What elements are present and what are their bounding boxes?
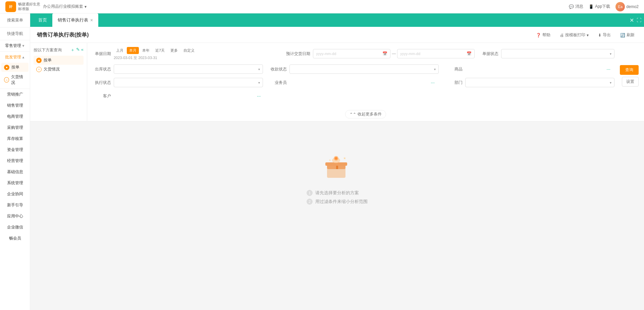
payment-status-select[interactable]: ▾ <box>289 64 439 74</box>
header-left: 好 畅捷通好生意 标准版 办公用品行业模拟账套 ▾ <box>5 1 87 12</box>
quick-nav-label[interactable]: 快捷导航 <box>0 29 30 39</box>
customer-ellipsis-icon[interactable]: ··· <box>256 93 262 99</box>
sub-item-arrears[interactable]: ○ 欠货情况 <box>1 72 29 87</box>
message-btn[interactable]: 💬 消息 <box>569 4 583 9</box>
salesperson-label: 业务员 <box>268 80 287 86</box>
tab-home[interactable]: 首页 <box>33 13 52 27</box>
order-status-select[interactable]: ▾ <box>501 49 614 58</box>
user-area[interactable]: Ea demo2 <box>615 2 639 11</box>
sidebar-section-wholesale: 批发管理 ▲ ● 按单 ○ 欠货情况 <box>0 52 30 89</box>
exec-status-field: 执行状态 ▾ <box>93 78 263 87</box>
edit-scheme-icon[interactable]: ✎ <box>76 47 80 53</box>
page-title-row: 销售订单执行表(按单) <box>37 32 89 42</box>
sidebar-item-ecommerce[interactable]: 电商管理 <box>0 111 30 122</box>
sidebar-item-finance[interactable]: 资金管理 <box>0 144 30 155</box>
refresh-btn[interactable]: 🔄 刷新 <box>618 31 637 39</box>
tab-sales-order[interactable]: 销售订单执行表 × <box>52 13 98 27</box>
logo-icon: 好 <box>5 1 16 12</box>
department-label: 部门 <box>444 80 463 86</box>
sidebar-item-wechat[interactable]: 企业微信 <box>0 222 30 233</box>
customer-field: 客户 ··· <box>93 91 265 101</box>
tip-2-text: 用过滤条件来缩小分析范围 <box>315 199 368 205</box>
tab-maximize-icon[interactable]: ⛶ <box>637 17 641 23</box>
print-label: 按模板打印 <box>565 32 585 38</box>
scheme-arrears[interactable]: ○ 欠货情况 <box>34 65 84 74</box>
order-status-field: 单据状态 ▾ <box>480 49 614 58</box>
date-btn-custom[interactable]: 自定义 <box>181 47 197 54</box>
newbie-label: 新手引导 <box>7 202 23 208</box>
payment-arrow-icon: ▾ <box>434 67 436 71</box>
order-status-label: 单据状态 <box>480 51 498 57</box>
goods-label: 商品 <box>444 66 463 72</box>
goods-ellipsis-icon[interactable]: ··· <box>605 66 612 72</box>
export-btn[interactable]: ⬇ 导出 <box>595 31 613 39</box>
quick-nav-area[interactable]: 快捷导航 <box>0 28 30 40</box>
exec-status-select[interactable]: ▾ <box>114 78 263 87</box>
sidebar-item-marketing[interactable]: 营销推广 <box>0 89 30 100</box>
collapse-btn[interactable]: ⌃⌃ 收起更多条件 <box>345 110 386 118</box>
date-btn-this-month[interactable]: 本月 <box>127 47 139 54</box>
department-field: 部门 ▾ <box>444 78 614 87</box>
date-btn-more[interactable]: 更多 <box>168 47 180 54</box>
expected-date-to[interactable]: yyyy-mm-dd 📅 <box>397 49 475 58</box>
collapse-scheme-icon[interactable]: « <box>81 47 84 53</box>
sidebar-item-member[interactable]: 畅会员 <box>0 233 30 244</box>
customer-select[interactable]: ··· <box>114 91 265 101</box>
tab-close-icon[interactable]: × <box>90 17 93 23</box>
scheme-checkout[interactable]: ● 按单 <box>34 56 84 65</box>
date-range-separator: — <box>392 51 396 56</box>
delivery-status-field: 出库状态 ▾ <box>93 64 263 74</box>
sidebar-item-sales[interactable]: 销售管理 <box>0 100 30 111</box>
salesperson-select[interactable]: ··· <box>289 78 439 87</box>
sidebar-item-wholesale[interactable]: 批发管理 ▲ <box>0 52 30 63</box>
scheme-checkout-icon: ● <box>36 58 42 63</box>
tab-bar-actions: ✕ ⛶ <box>630 17 641 23</box>
customer-label: 客户 <box>93 93 111 99</box>
sidebar: 搜索菜单 快捷导航 零售管理 ▼ 批发管理 ▲ ● 按单 ○ 欠货情况 <box>0 13 30 310</box>
order-date-sub-text: 2023-03-01 至 2023-03-31 <box>114 55 281 60</box>
settings-btn[interactable]: 设置 <box>622 77 639 87</box>
date-btn-7days[interactable]: 近7天 <box>153 47 167 54</box>
avatar-initials: Ea <box>618 5 623 9</box>
filter-main: 单据日期 上月 本月 本年 近7天 更多 <box>87 43 620 109</box>
print-icon: 🖨 <box>560 33 564 38</box>
sidebar-item-appstore[interactable]: 应用中心 <box>0 211 30 222</box>
filter-row-4: 客户 ··· <box>93 91 265 101</box>
tab-bar: 首页 销售订单执行表 × ✕ ⛶ <box>30 13 644 27</box>
goods-select[interactable]: ··· <box>465 64 614 74</box>
operations-label: 经营管理 <box>7 158 23 164</box>
retail-arrow: ▼ <box>22 44 25 48</box>
message-label: 消息 <box>575 4 583 9</box>
svg-text:✦: ✦ <box>344 162 346 165</box>
sidebar-item-retail[interactable]: 零售管理 ▼ <box>0 40 30 51</box>
date-btn-this-year[interactable]: 本年 <box>140 47 152 54</box>
help-btn[interactable]: ❓ 帮助 <box>533 31 553 39</box>
app-download-btn[interactable]: 📱 App下载 <box>589 4 610 9</box>
header-right: 💬 消息 📱 App下载 Ea demo2 <box>569 2 639 11</box>
sidebar-item-basic[interactable]: 基础信息 <box>0 166 30 177</box>
salesperson-ellipsis-icon[interactable]: ··· <box>429 80 436 85</box>
sub-item-checkout[interactable]: ● 按单 <box>1 63 29 72</box>
sidebar-item-enterprise[interactable]: 企业协同 <box>0 189 30 200</box>
search-menu-label[interactable]: 搜索菜单 <box>3 16 27 24</box>
app-selector[interactable]: 办公用品行业模拟账套 ▾ <box>43 4 87 9</box>
sidebar-item-system[interactable]: 系统管理 <box>0 177 30 189</box>
payment-status-field: 收款状态 ▾ <box>268 64 439 74</box>
add-scheme-icon[interactable]: ＋ <box>70 47 75 53</box>
date-btn-last-month[interactable]: 上月 <box>114 47 126 54</box>
arrears-label: 欠货情况 <box>11 74 26 86</box>
delivery-status-select[interactable]: ▾ <box>114 64 263 74</box>
sidebar-item-purchase[interactable]: 采购管理 <box>0 122 30 133</box>
expected-date-from[interactable]: yyyy-mm-dd 📅 <box>313 49 390 58</box>
help-icon: ❓ <box>536 33 541 38</box>
department-select[interactable]: ▾ <box>465 78 614 87</box>
sidebar-item-newbie[interactable]: 新手引导 <box>0 200 30 211</box>
query-btn[interactable]: 查询 <box>620 65 639 75</box>
sidebar-item-operations[interactable]: 经营管理 <box>0 155 30 166</box>
avatar: Ea <box>615 2 625 11</box>
sidebar-item-inventory[interactable]: 库存核算 <box>0 133 30 144</box>
sidebar-search-area[interactable]: 搜索菜单 <box>0 13 30 28</box>
print-btn[interactable]: 🖨 按模板打印 ▾ <box>557 31 591 39</box>
calendar-to-icon: 📅 <box>467 51 472 56</box>
tab-close-window-icon[interactable]: ✕ <box>630 17 634 23</box>
